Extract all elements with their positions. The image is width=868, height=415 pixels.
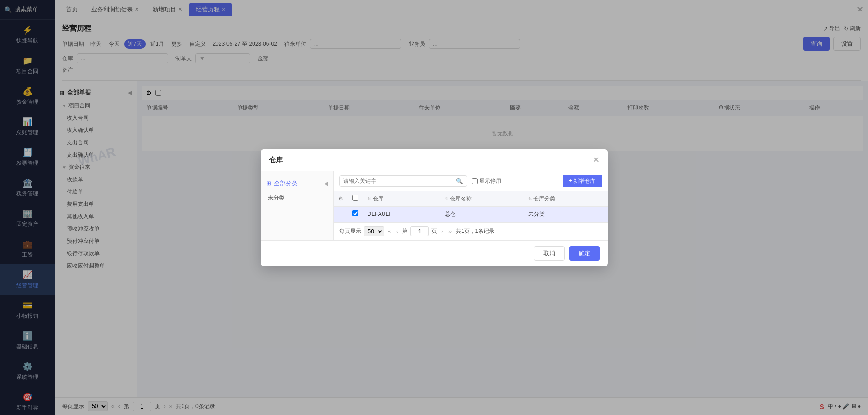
modal-toolbar: 🔍 显示停用 + 新增仓库 <box>334 171 608 191</box>
all-categories-item[interactable]: ⊞ 全部分类 ◀ <box>261 176 333 191</box>
th-settings: ⚙ <box>334 191 348 207</box>
modal-body: ⊞ 全部分类 ◀ 未分类 🔍 显示停用 <box>261 171 608 240</box>
row-checkbox[interactable] <box>352 210 358 216</box>
modal-search-icon: 🔍 <box>456 178 463 184</box>
modal-title: 仓库 <box>269 156 283 164</box>
modal-page-label: 页 <box>431 227 437 235</box>
modal-per-page-select[interactable]: 50 <box>364 226 384 236</box>
show-disabled-label[interactable]: 显示停用 <box>472 177 501 185</box>
th-name: ⇅ 仓库名称 <box>440 191 524 207</box>
th-id: ⇅ 仓库... <box>363 191 440 207</box>
modal-footer: 取消 确定 <box>261 240 608 266</box>
unclassified-label: 未分类 <box>268 194 284 201</box>
th-checkbox <box>348 191 363 207</box>
col-category-label: 仓库分类 <box>533 195 555 202</box>
row-id-cell: DEFAULT <box>363 206 440 222</box>
show-disabled-checkbox[interactable] <box>472 178 478 184</box>
modal-search-input[interactable] <box>343 178 453 184</box>
cancel-button[interactable]: 取消 <box>534 246 565 261</box>
settings-col-btn[interactable]: ⚙ <box>338 195 343 202</box>
table-row[interactable]: DEFAULT 总仓 未分类 <box>334 206 608 222</box>
modal-select-all[interactable] <box>352 195 358 201</box>
modal-next-btn[interactable]: › <box>440 228 444 235</box>
all-categories-label: 全部分类 <box>274 179 298 188</box>
sort-icon: ⇅ <box>368 196 371 201</box>
col-name-label: 仓库名称 <box>450 195 472 202</box>
col-id-label: 仓库... <box>373 195 388 202</box>
modal-right-panel: 🔍 显示停用 + 新增仓库 ⚙ <box>334 171 608 240</box>
show-disabled-text: 显示停用 <box>479 177 501 185</box>
modal-pagination: 每页显示 50 « ‹ 第 页 › » 共1页，1条记录 <box>334 222 608 240</box>
th-category: ⇅ 仓库分类 <box>524 191 607 207</box>
row-category-cell: 未分类 <box>524 206 607 222</box>
modal-search-box[interactable]: 🔍 <box>339 175 467 187</box>
modal-first-btn[interactable]: « <box>387 228 393 235</box>
unclassified-category[interactable]: 未分类 <box>261 191 333 205</box>
warehouse-table: ⚙ ⇅ 仓库... ⇅ <box>334 191 608 222</box>
modal-overlay: 仓库 ✕ ⊞ 全部分类 ◀ 未分类 <box>0 0 868 415</box>
modal-prev-btn[interactable]: ‹ <box>395 228 400 235</box>
modal-last-btn[interactable]: » <box>447 228 453 235</box>
cat-collapse-icon[interactable]: ◀ <box>324 180 328 187</box>
grid-cat-icon: ⊞ <box>266 180 271 187</box>
modal-header: 仓库 ✕ <box>261 149 608 171</box>
modal-page-input[interactable] <box>410 226 429 236</box>
modal-page-word: 第 <box>402 227 408 235</box>
modal-total-info: 共1页，1条记录 <box>456 227 494 235</box>
sort-cat-icon: ⇅ <box>528 196 532 201</box>
confirm-button[interactable]: 确定 <box>569 246 600 261</box>
modal-close-button[interactable]: ✕ <box>593 156 600 164</box>
add-warehouse-button[interactable]: + 新增仓库 <box>563 175 602 187</box>
row-name-cell: 总仓 <box>440 206 524 222</box>
modal-category-panel: ⊞ 全部分类 ◀ 未分类 <box>261 171 334 240</box>
warehouse-modal: 仓库 ✕ ⊞ 全部分类 ◀ 未分类 <box>261 149 608 266</box>
sort-name-icon: ⇅ <box>445 196 448 201</box>
row-checkbox-cell <box>348 206 363 222</box>
modal-table: ⚙ ⇅ 仓库... ⇅ <box>334 191 608 222</box>
row-settings-cell <box>334 206 348 222</box>
modal-per-page-label: 每页显示 <box>339 227 361 235</box>
